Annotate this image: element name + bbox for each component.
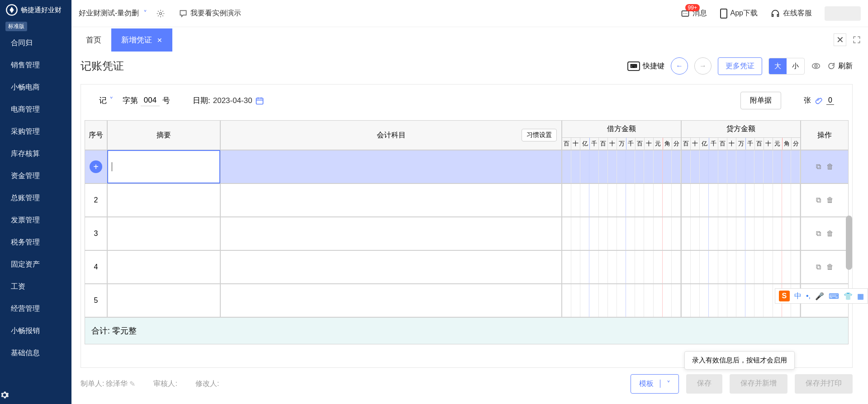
prev-button[interactable]: ← [671,57,688,75]
sidebar-item-13[interactable]: 小畅报销 [0,320,71,342]
sidebar-item-6[interactable]: 资金管理 [0,165,71,187]
calendar-icon[interactable] [255,96,264,105]
close-tab-button[interactable]: ✕ [834,33,846,46]
user-avatar[interactable] [825,6,861,21]
voucher-type-field[interactable]: 记 ˅ [99,95,114,106]
fullscreen-icon[interactable] [853,36,861,44]
more-vouchers-button[interactable]: 更多凭证 [718,57,762,75]
ime-skin-icon[interactable]: 👕 [844,292,853,301]
template-button[interactable]: 模板 ˅ [631,374,679,394]
refresh-button[interactable]: 刷新 [827,61,853,71]
sidebar-item-7[interactable]: 总账管理 [0,187,71,209]
sidebar-settings[interactable] [0,390,71,399]
credit-cell[interactable] [681,183,801,217]
ime-logo-icon: S [779,291,790,301]
digit-label: 分 [672,138,681,150]
voucher-type: 记 [99,95,107,106]
sidebar-item-2[interactable]: 小畅电商 [0,76,71,99]
ime-grid-icon[interactable]: ▦ [857,292,864,301]
delete-icon[interactable]: 🗑 [826,163,834,171]
date-value[interactable]: 2023-04-30 [213,96,252,105]
digit-label: 角 [663,138,672,150]
scrollbar-thumb[interactable] [846,216,852,270]
debit-cell[interactable] [562,250,681,284]
abstract-cell[interactable] [107,150,220,183]
abstract-cell[interactable] [107,217,220,250]
eye-icon[interactable] [811,61,821,71]
org-selector[interactable]: 好业财测试-量勿删 ˅ [79,9,147,18]
paperclip-icon[interactable] [815,97,823,105]
service-button[interactable]: 在线客服 [770,9,812,19]
sidebar-item-5[interactable]: 库存核算 [0,143,71,165]
abstract-cell[interactable] [107,183,220,217]
svg-point-8 [815,65,817,67]
delete-icon[interactable]: 🗑 [826,230,834,238]
ime-mic-icon[interactable]: 🎤 [815,292,824,301]
demo-link[interactable]: 我要看实例演示 [179,9,241,18]
add-row-button[interactable]: + [90,160,102,173]
abstract-cell[interactable] [107,284,220,317]
credit-cell[interactable] [681,217,801,250]
sidebar-item-1[interactable]: 销售管理 [0,54,71,76]
debit-cell[interactable] [562,183,681,217]
sidebar-item-11[interactable]: 工资 [0,276,71,298]
sidebar-item-4[interactable]: 采购管理 [0,121,71,143]
abstract-cell[interactable] [107,250,220,284]
account-cell[interactable] [220,150,562,183]
tab-new-voucher[interactable]: 新增凭证 ✕ [111,28,172,52]
sidebar-item-0[interactable]: 合同归 [0,37,71,54]
sidebar-item-8[interactable]: 发票管理 [0,209,71,231]
table-row[interactable]: +⧉🗑 [85,150,849,183]
account-cell[interactable] [220,183,562,217]
debit-cell[interactable] [562,284,681,317]
copy-icon[interactable]: ⧉ [816,163,821,171]
shortcut-hint[interactable]: ⌨ 快捷键 [627,61,664,71]
chevron-down-icon: ˅ [109,96,114,105]
habit-settings-button[interactable]: 习惯设置 [522,129,557,141]
table-row[interactable]: 2⧉🗑 [85,183,849,217]
debit-cell[interactable] [562,217,681,250]
delete-icon[interactable]: 🗑 [826,263,834,271]
sidebar-item-3[interactable]: 电商管理 [0,99,71,121]
debit-cell[interactable] [562,150,681,183]
settings-icon[interactable] [156,9,165,18]
account-cell[interactable] [220,217,562,250]
size-big-button[interactable]: 大 [769,58,787,74]
sidebar-item-14[interactable]: 基础信息 [0,342,71,364]
account-cell[interactable] [220,250,562,284]
sidebar-item-12[interactable]: 经营管理 [0,298,71,320]
copy-icon[interactable]: ⧉ [816,263,821,271]
app-download-button[interactable]: App下载 [720,9,758,19]
digit-label: 元 [654,138,663,150]
sidebar-item-10[interactable]: 固定资产 [0,254,71,276]
attach-count[interactable]: 0 [826,96,834,105]
table-row[interactable]: 5⧉🗑 [85,284,849,317]
copy-icon[interactable]: ⧉ [816,196,821,204]
copy-icon[interactable]: ⧉ [816,230,821,238]
voucher-number-input[interactable]: 004 [141,95,160,106]
shortcut-label: 快捷键 [643,61,664,71]
delete-icon[interactable]: 🗑 [826,196,834,204]
ime-keyboard-icon[interactable]: ⌨ [829,292,839,301]
table-row[interactable]: 3⧉🗑 [85,217,849,250]
size-small-button[interactable]: 小 [787,58,804,74]
close-icon[interactable]: ✕ [157,37,162,44]
account-cell[interactable] [220,284,562,317]
ime-lang[interactable]: 中 [794,291,802,301]
next-button[interactable]: → [694,57,711,75]
date-label: 日期: [193,95,210,106]
table-row[interactable]: 4⧉🗑 [85,250,849,284]
edit-icon[interactable]: ✎ [129,380,135,388]
credit-cell[interactable] [681,250,801,284]
sidebar-item-9[interactable]: 税务管理 [0,231,71,254]
digit-label: 角 [783,138,792,150]
digit-label: 元 [773,138,782,150]
credit-cell[interactable] [681,150,801,183]
chat-icon [179,9,188,18]
svg-rect-9 [256,98,263,104]
messages-button[interactable]: 99+ 消息 [681,9,707,18]
tab-home[interactable]: 首页 [76,28,111,52]
ime-toolbar[interactable]: S 中 •, 🎤 ⌨ 👕 ▦ [775,288,868,304]
attach-button[interactable]: 附单据 [740,92,781,109]
ime-punct-icon[interactable]: •, [806,292,811,300]
